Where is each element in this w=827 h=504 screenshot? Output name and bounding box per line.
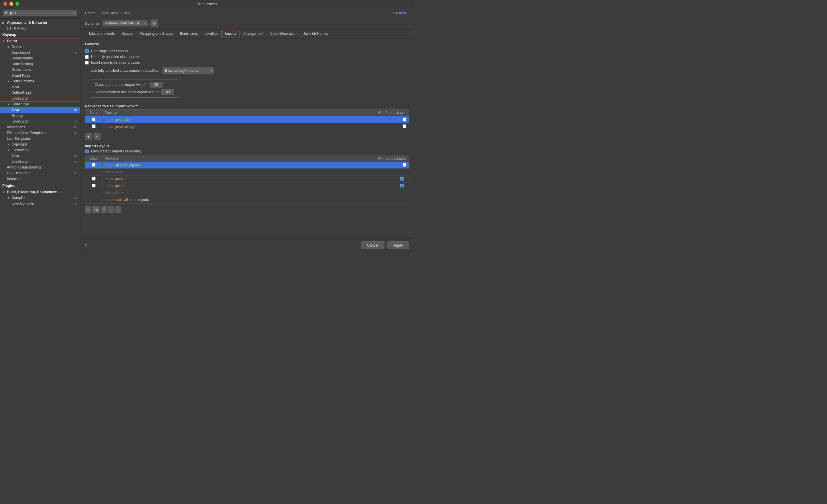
layout-row[interactable]: import javax.* bbox=[85, 175, 408, 183]
sidebar-item-build[interactable]: ▼ Build, Execution, Deployment bbox=[0, 189, 80, 195]
tab-wrapping-and-braces[interactable]: Wrapping and Braces bbox=[136, 30, 176, 38]
sidebar-label: Color Scheme bbox=[11, 79, 34, 83]
sidebar-item-gui-designer[interactable]: GUI Designer ⧉ bbox=[0, 170, 80, 176]
static-checkbox-2[interactable] bbox=[92, 124, 96, 128]
class-count-input[interactable] bbox=[150, 82, 162, 88]
layout-move-up-button[interactable]: ↑ bbox=[108, 206, 114, 213]
sidebar-item-copyright[interactable]: ▼ Copyright bbox=[0, 142, 80, 147]
sidebar-item-general[interactable]: ▼ General bbox=[0, 44, 80, 50]
sidebar-item-appearance-behavior[interactable]: ▶ Appearance & Behavior bbox=[0, 20, 80, 26]
layout-td-subpkg-4 bbox=[374, 183, 408, 189]
sidebar-item-code-folding[interactable]: Code Folding bbox=[0, 61, 80, 67]
tab-blank-lines[interactable]: Blank Lines bbox=[177, 30, 201, 38]
tab-arrangement[interactable]: Arrangement bbox=[240, 30, 266, 38]
sidebar-item-http-proxy[interactable]: HTTP Proxy bbox=[0, 26, 80, 31]
sidebar-item-keymap[interactable]: Keymap bbox=[0, 32, 80, 38]
names-count-input[interactable] bbox=[161, 89, 174, 95]
sidebar-item-android-data-binding[interactable]: Android Data Binding bbox=[0, 164, 80, 170]
layout-add-blank-button[interactable]: +n bbox=[92, 206, 100, 213]
sidebar-item-editor[interactable]: ▼ Editor bbox=[0, 38, 80, 44]
tab-javadoc[interactable]: JavaDoc bbox=[201, 30, 222, 38]
sidebar-item-gutter-icons[interactable]: Gutter Icons bbox=[0, 67, 80, 72]
sidebar-item-plugins[interactable]: Plugins bbox=[0, 183, 80, 189]
layout-row[interactable]: import all other imports bbox=[85, 162, 408, 169]
sidebar-item-java-compiler[interactable]: Java Compiler ⧉ bbox=[0, 201, 80, 206]
layout-row[interactable]: import java.* bbox=[85, 183, 408, 190]
sidebar-label: Auto Import bbox=[11, 51, 30, 55]
subpkg-checkbox-1[interactable] bbox=[402, 117, 406, 121]
sidebar-item-smart-keys[interactable]: Smart Keys bbox=[0, 72, 80, 79]
insert-imports-inner-checkbox[interactable] bbox=[85, 61, 89, 64]
layout-static-chk-4[interactable] bbox=[92, 184, 96, 188]
layout-add-button[interactable]: + bbox=[85, 206, 91, 213]
layout-move-down-button[interactable]: ↓ bbox=[115, 206, 121, 213]
table-row[interactable]: import java.awt.* bbox=[85, 116, 408, 123]
sidebar-label: GUI Designer bbox=[7, 171, 29, 175]
apply-button[interactable]: Apply bbox=[387, 241, 409, 249]
layout-subpkg-chk-4[interactable] bbox=[400, 184, 404, 188]
sidebar-item-auto-import[interactable]: Auto Import ⧉ bbox=[0, 50, 80, 55]
sidebar-item-intentions[interactable]: Intentions bbox=[0, 176, 80, 182]
import-keyword: import bbox=[105, 118, 114, 122]
sidebar-item-color-scheme[interactable]: ▼ Color Scheme bbox=[0, 79, 80, 84]
scheme-select[interactable]: Alibaba-CodeStyle IDE bbox=[102, 20, 148, 27]
layout-row[interactable]: <blank line> bbox=[85, 190, 408, 196]
subpkg-checkbox-2[interactable] bbox=[402, 124, 406, 128]
static-checkbox-1[interactable] bbox=[92, 117, 96, 121]
layout-static-chk-3[interactable] bbox=[92, 177, 96, 181]
use-single-class-import-checkbox[interactable] bbox=[85, 49, 89, 53]
import-keyword: import bbox=[105, 177, 114, 181]
search-input[interactable] bbox=[10, 11, 72, 15]
qualified-javadoc-select[interactable]: If not already imported bbox=[162, 67, 214, 74]
sidebar-item-file-code-templates[interactable]: File and Code Templates ⧉ bbox=[0, 130, 80, 136]
sidebar-item-cs-coffeescript[interactable]: CoffeeScript bbox=[0, 90, 80, 96]
sidebar-item-groovy[interactable]: Groovy bbox=[0, 113, 80, 118]
sidebar-item-code-style[interactable]: ▼ Code Style bbox=[0, 101, 80, 107]
help-button[interactable]: ? bbox=[85, 243, 87, 248]
layout-static-chk-1[interactable] bbox=[92, 163, 96, 167]
qualified-javadoc-row: Use fully qualified class names in JavaD… bbox=[91, 67, 409, 74]
sidebar-item-java[interactable]: Java ⧉ bbox=[0, 107, 80, 113]
layout-td-subpkg-1 bbox=[374, 162, 408, 168]
layout-subpkg-chk-3[interactable] bbox=[400, 177, 404, 181]
use-single-class-import-label: Use single class import bbox=[91, 49, 128, 53]
search-clear-icon[interactable]: ✕ bbox=[73, 11, 76, 15]
tab-code-generation[interactable]: Code Generation bbox=[267, 30, 300, 38]
set-from-link[interactable]: Set from... bbox=[393, 11, 409, 15]
layout-remove-button[interactable]: − bbox=[101, 206, 107, 213]
sidebar-label: File and Code Templates bbox=[7, 131, 47, 135]
layout-td-subpkg-3 bbox=[374, 176, 408, 182]
layout-static-checkbox[interactable] bbox=[85, 150, 89, 153]
maximize-button[interactable] bbox=[15, 2, 19, 6]
sidebar-item-cs-java[interactable]: Java bbox=[0, 84, 80, 90]
tab-tabs-and-indents[interactable]: Tabs and Indents bbox=[85, 30, 118, 38]
table-row[interactable]: import javax.swing.* bbox=[85, 123, 408, 130]
minimize-button[interactable] bbox=[9, 2, 13, 6]
gear-button[interactable]: ⚙ bbox=[150, 19, 158, 27]
add-package-button[interactable]: + bbox=[85, 133, 92, 140]
panel-header: Editor › Code Style › Java Set from... bbox=[81, 8, 414, 17]
expand-arrow: ▼ bbox=[7, 80, 10, 83]
sidebar-item-live-templates[interactable]: Live Templates bbox=[0, 136, 80, 142]
close-button[interactable] bbox=[3, 2, 7, 6]
layout-row[interactable]: <blank line> bbox=[85, 169, 408, 175]
layout-subpkg-chk-1[interactable] bbox=[402, 163, 406, 167]
layout-row[interactable]: import static all other imports bbox=[85, 196, 408, 203]
td-static bbox=[85, 116, 102, 123]
cancel-button[interactable]: Cancel bbox=[361, 241, 385, 249]
sidebar-item-formatting[interactable]: ▼ Formatting bbox=[0, 147, 80, 153]
sidebar-item-inspections[interactable]: Inspections ⧉ bbox=[0, 124, 80, 130]
sidebar-item-cs-javascript[interactable]: JavaScript bbox=[0, 96, 80, 101]
use-fully-qualified-checkbox[interactable] bbox=[85, 55, 89, 59]
remove-package-button[interactable]: − bbox=[94, 133, 100, 140]
sidebar-item-breadcrumbs[interactable]: Breadcrumbs bbox=[0, 55, 80, 61]
sidebar-item-fmt-javascript[interactable]: JavaScript ⧉ bbox=[0, 159, 80, 164]
tab-spaces[interactable]: Spaces bbox=[118, 30, 136, 38]
sidebar-item-javascript-cs[interactable]: JavaScript ⧉ bbox=[0, 118, 80, 124]
blank-line-label: <blank line> bbox=[105, 191, 124, 195]
use-single-class-import-row: Use single class import bbox=[85, 49, 409, 53]
tab-java-ee-names[interactable]: Java EE Names bbox=[300, 30, 331, 38]
sidebar-item-fmt-java[interactable]: Java ⧉ bbox=[0, 153, 80, 159]
sidebar-item-compiler[interactable]: ▼ Compiler ⧉ bbox=[0, 195, 80, 201]
tab-imports[interactable]: Imports bbox=[222, 30, 240, 38]
